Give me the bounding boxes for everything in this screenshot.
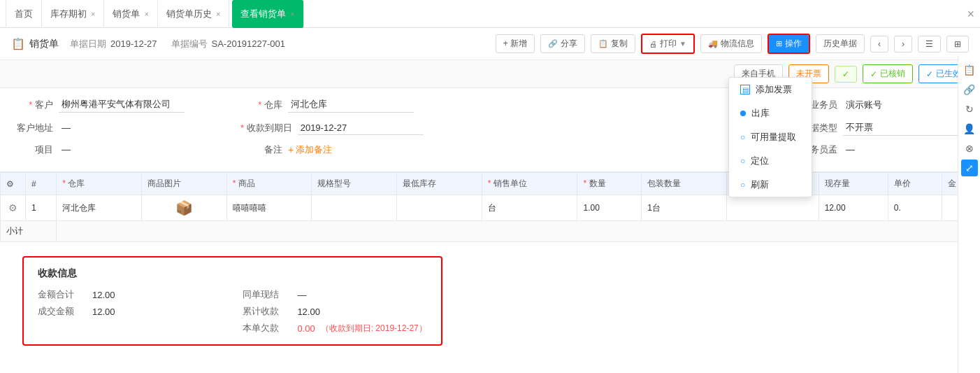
nav-prev-button[interactable]: ‹ (870, 36, 888, 52)
operation-dropdown: ▤ 添加发票 出库 ○ 可用量提取 ○ 定位 ○ 刷新 (728, 77, 812, 197)
form-row-1: 客户 柳州粤港平安气体有限公司 仓库 河北仓库 业务员 演示账号 (11, 97, 969, 113)
sidebar-icon-5[interactable]: ⊗ (961, 140, 978, 157)
staff2-value: — (843, 143, 969, 156)
dropdown-refresh[interactable]: ○ 刷新 (729, 173, 812, 197)
tab-sales-order-close[interactable]: × (144, 10, 148, 18)
col-stock: 现存量 (819, 173, 888, 195)
tab-sales-order[interactable]: 销货单 × (104, 0, 157, 28)
project-label: 项目 (11, 143, 53, 156)
table-row: ⚙ 1 河北仓库 📦 嘻嘻嘻嘻 台 1.00 1台 12.00 0. (1, 195, 980, 221)
copy-button[interactable]: 📋 复制 (591, 34, 635, 53)
warehouse-value[interactable]: 河北仓库 (288, 97, 414, 113)
summary-panel: 收款信息 金额合计 12.00 同单现结 — 成交金额 12.00 (22, 256, 442, 346)
row-quantity: 1.00 (577, 195, 642, 221)
row-available (726, 195, 819, 221)
logistics-button[interactable]: 🚚 物流信息 (700, 34, 762, 53)
warehouse-label: 仓库 (240, 99, 282, 111)
doc-meta: 单据日期 2019-12-27 单据编号 SA-20191227-001 (70, 38, 484, 50)
tab-inventory-init-close[interactable]: × (91, 10, 95, 18)
tab-bar: 首页 库存期初 × 销货单 × 销货单历史 × 查看销货单 × × (0, 0, 980, 28)
payment-date-value[interactable]: 2019-12-27 (298, 121, 424, 135)
ticket-type-value[interactable]: 不开票 (843, 120, 969, 136)
ticket-type-field: 票据类型 不开票 (795, 120, 969, 136)
dropdown-outbound[interactable]: 出库 (729, 101, 812, 125)
new-button[interactable]: + 新增 (496, 34, 535, 53)
summary-settlement-value: — (297, 290, 306, 300)
tab-view-sales-close[interactable]: × (290, 10, 294, 18)
sidebar-icon-1[interactable]: 📋 (961, 62, 978, 78)
summary-settlement-row: 同单现结 — (243, 288, 426, 301)
col-no: # (26, 173, 57, 195)
operation-button[interactable]: ⊞ 操作 (769, 35, 809, 52)
tab-sales-history-close[interactable]: × (216, 10, 220, 18)
sidebar-icon-2[interactable]: 🔗 (961, 81, 978, 98)
history-button[interactable]: 历史单据 (816, 34, 865, 53)
summary-total-received-value: 12.00 (297, 307, 320, 317)
form-section: 客户 柳州粤港平安气体有限公司 仓库 河北仓库 业务员 演示账号 客户地址 — (0, 88, 980, 172)
row-gear[interactable]: ⚙ (1, 195, 26, 221)
sidebar-icon-expand[interactable]: ⤢ (961, 160, 978, 176)
summary-owed-note: （收款到期日: 2019-12-27） (321, 323, 427, 335)
available-pickup-icon: ○ (740, 132, 745, 142)
sidebar-icon-4[interactable]: 👤 (961, 120, 978, 137)
col-min-stock: 最低库存 (397, 173, 482, 195)
doc-date-label: 单据日期 (70, 38, 106, 50)
tab-view-sales[interactable]: 查看销货单 × (232, 0, 303, 28)
summary-deal-amount-row: 成交金额 12.00 (38, 305, 222, 318)
locate-icon: ○ (740, 156, 745, 166)
nav-next-button[interactable]: › (894, 36, 912, 52)
right-sidebar: 📋 🔗 ↻ 👤 ⊗ ⤢ (958, 56, 980, 373)
customer-label: 客户 (11, 99, 53, 111)
doc-icon: 📋 (11, 37, 25, 50)
col-product-img: 商品图片 (142, 173, 227, 195)
tab-home[interactable]: 首页 (6, 0, 42, 28)
customer-value[interactable]: 柳州粤港平安气体有限公司 (59, 97, 185, 113)
payment-date-field: 收款到期日 2019-12-27 (240, 121, 424, 135)
dropdown-add-invoice[interactable]: ▤ 添加发票 (729, 78, 812, 101)
check-button[interactable]: ✓ (835, 66, 857, 83)
outbound-label: 出库 (751, 107, 770, 120)
view-grid-button[interactable]: ⊞ (946, 36, 969, 52)
summary-owed-label: 本单欠款 (243, 322, 291, 335)
document-header: 📋 销货单 单据日期 2019-12-27 单据编号 SA-20191227-0… (0, 28, 980, 60)
row-no: 1 (26, 195, 57, 221)
sidebar-icon-3[interactable]: ↻ (961, 101, 978, 118)
toolbar: + 新增 🔗 分享 📋 复制 🖨 打印 ▼ 🚚 物流信息 (496, 34, 969, 54)
tab-sales-history[interactable]: 销货单历史 × (158, 0, 229, 28)
summary-title: 收款信息 (38, 267, 427, 280)
locate-label: 定位 (751, 155, 769, 167)
tab-inventory-init[interactable]: 库存期初 × (42, 0, 104, 28)
add-note-button[interactable]: + 添加备注 (288, 143, 332, 156)
doc-title: 📋 销货单 (11, 37, 59, 50)
doc-number-value: SA-20191227-001 (212, 38, 286, 49)
verified-sale-button[interactable]: ✓ 已核销 (863, 64, 913, 83)
summary-owed-row: 本单欠款 0.00 （收款到期日: 2019-12-27） (243, 322, 426, 335)
row-sales-unit: 台 (482, 195, 577, 221)
staff-value: 演示账号 (843, 97, 969, 113)
summary-total-received-row: 累计收款 12.00 (243, 305, 426, 318)
dropdown-available-pickup[interactable]: ○ 可用量提取 (729, 125, 812, 149)
address-label: 客户地址 (11, 122, 53, 134)
view-list-button[interactable]: ☰ (918, 36, 941, 52)
data-table: ⚙ # 仓库 商品图片 商品 规格型号 最低库存 销售单位 数量 包装数量 可用… (0, 172, 980, 242)
operation-button-group: ⊞ 操作 (768, 34, 810, 54)
row-min-stock (397, 195, 482, 221)
address-value: — (59, 121, 185, 134)
row-model (312, 195, 397, 221)
staff2-field: 业务员孟 — (795, 143, 969, 156)
action-row: 来自手机 未开票 ✓ ✓ 已核销 ✓ 已生效 (0, 60, 980, 88)
main-content: 📋 销货单 单据日期 2019-12-27 单据编号 SA-20191227-0… (0, 28, 980, 373)
dropdown-locate[interactable]: ○ 定位 (729, 149, 812, 173)
warehouse-field: 仓库 河北仓库 (240, 97, 414, 113)
doc-number-field: 单据编号 SA-20191227-001 (171, 38, 286, 50)
row-stock: 12.00 (819, 195, 888, 221)
form-row-3: 项目 — 备注 + 添加备注 业务员孟 — (11, 143, 969, 156)
doc-date-value: 2019-12-27 (110, 38, 157, 49)
share-button[interactable]: 🔗 分享 (540, 34, 585, 53)
subtotal-label: 小计 (1, 221, 57, 242)
doc-number-label: 单据编号 (171, 38, 208, 50)
refresh-icon: ○ (740, 180, 745, 190)
col-pack-qty: 包装数量 (642, 173, 727, 195)
window-close-button[interactable]: × (967, 6, 974, 21)
print-button[interactable]: 🖨 打印 ▼ (641, 34, 695, 54)
